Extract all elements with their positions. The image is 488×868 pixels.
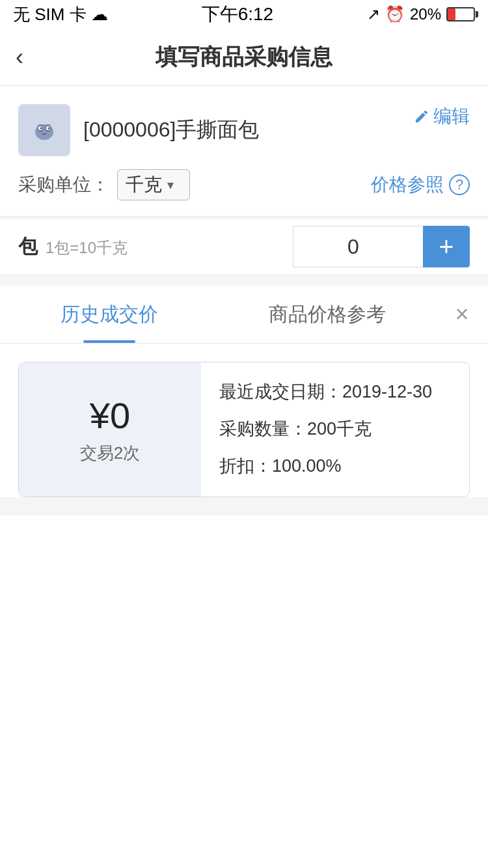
tab-active-indicator [83,340,135,343]
edit-icon [414,109,429,124]
price-detail-discount: 折扣：100.00% [219,452,451,480]
product-left: [0000006]手撕面包 [18,104,259,156]
tabs-header: 历史成交价 商品价格参考 × [0,286,488,344]
product-thumbnail [18,104,70,156]
price-card-right: 最近成交日期：2019-12-30 采购数量：200千克 折扣：100.00% [201,362,469,496]
tab-price-reference[interactable]: 商品价格参考 [218,286,436,343]
price-card: ¥0 交易2次 最近成交日期：2019-12-30 采购数量：200千克 折扣：… [18,362,470,497]
price-detail-qty: 采购数量：200千克 [219,415,451,443]
unit-hint: 1包=10千克 [46,237,128,258]
product-name: [0000006]手撕面包 [83,116,259,144]
tab-history-price[interactable]: 历史成交价 [0,286,218,343]
price-card-left: ¥0 交易2次 [19,362,201,496]
price-ref-label: 价格参照 [371,172,444,197]
price-value: ¥0 [90,394,130,437]
back-button[interactable]: ‹ [16,44,23,71]
page-title: 填写商品采购信息 [156,42,332,72]
status-right: ↗ ⏰ 20% [367,5,475,23]
status-left: 无 SIM 卡 ☁ [13,3,108,26]
unit-value: 千克 [126,172,162,197]
quantity-input[interactable] [293,226,423,267]
sim-label: 无 SIM 卡 ☁ [13,3,108,26]
price-detail-date: 最近成交日期：2019-12-30 [219,378,451,406]
price-reference-button[interactable]: 价格参照 ? [371,172,470,197]
tab-history-label: 历史成交价 [61,301,158,328]
unit-row: 采购单位： 千克 ▾ [18,169,190,200]
unit-icon: 包 [18,234,38,260]
unit-select[interactable]: 千克 ▾ [117,169,190,200]
edit-button[interactable]: 编辑 [414,104,470,129]
alarm-icon: ⏰ [385,5,405,23]
product-top: [0000006]手撕面包 编辑 [18,104,470,156]
tab-close-button[interactable]: × [436,286,488,343]
tabs-section: 历史成交价 商品价格参考 × ¥0 交易2次 最近成交日期：2019-12-30… [0,286,488,497]
help-icon: ? [449,174,470,195]
quantity-row: 包 1包=10千克 + [0,218,488,275]
chevron-down-icon: ▾ [167,177,174,193]
edit-label: 编辑 [433,104,470,129]
svg-point-6 [48,128,50,129]
quantity-input-group: + [293,226,470,267]
unit-label: 采购单位： [18,172,109,197]
battery-percent: 20% [410,5,441,23]
status-bar: 无 SIM 卡 ☁ 下午6:12 ↗ ⏰ 20% [0,0,488,29]
svg-point-5 [40,128,42,129]
status-time: 下午6:12 [202,2,274,27]
product-card: [0000006]手撕面包 编辑 采购单位： 千克 ▾ 价格参照 ? [0,86,488,217]
nav-bar: ‹ 填写商品采购信息 [0,29,488,86]
product-bottom: 采购单位： 千克 ▾ 价格参照 ? [18,169,470,200]
quantity-label-group: 包 1包=10千克 [18,234,128,260]
quantity-plus-button[interactable]: + [423,226,470,267]
tab-price-ref-label: 商品价格参考 [269,301,386,328]
content-area [0,515,488,868]
trade-count: 交易2次 [80,442,140,465]
location-icon: ↗ [367,5,380,23]
battery-icon [446,7,475,21]
